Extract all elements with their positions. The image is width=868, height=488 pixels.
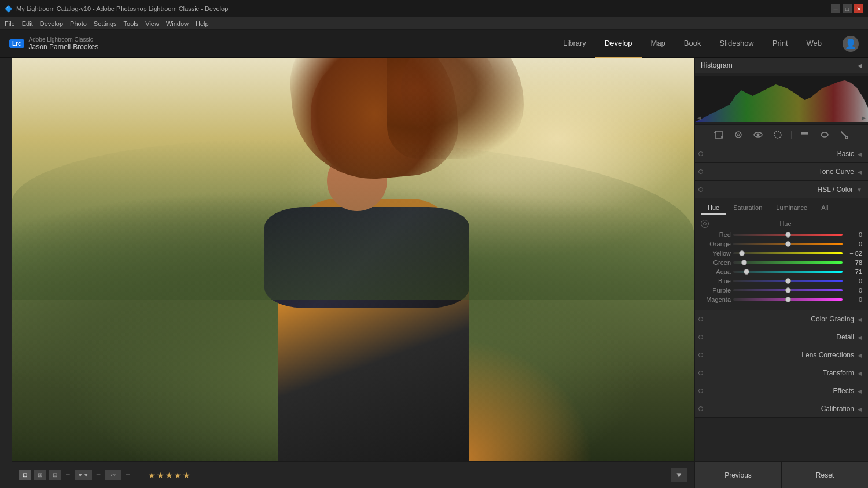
adjustment-brush-tool[interactable]: [838, 128, 851, 141]
nav-print[interactable]: Print: [763, 30, 797, 58]
star-5[interactable]: ★: [183, 471, 190, 480]
svg-rect-8: [801, 132, 808, 134]
transform-panel-arrow: ◀: [858, 370, 862, 376]
hsl-blue-thumb: [785, 278, 791, 284]
minimize-button[interactable]: ─: [831, 4, 840, 13]
nav-book[interactable]: Book: [675, 30, 711, 58]
user-avatar[interactable]: 👤: [843, 36, 859, 52]
hsl-magenta-value: 0: [845, 296, 862, 303]
menu-edit[interactable]: Edit: [22, 20, 33, 27]
hsl-tab-saturation[interactable]: Saturation: [726, 202, 769, 215]
star-2[interactable]: ★: [157, 471, 164, 480]
hsl-orange-thumb: [785, 241, 791, 247]
hsl-blue-slider[interactable]: [733, 280, 843, 282]
detail-panel-arrow: ◀: [858, 334, 862, 341]
survey-view-button[interactable]: ⊟: [49, 470, 61, 480]
hsl-green-value: − 78: [845, 259, 862, 266]
reset-button[interactable]: Reset: [781, 462, 868, 488]
hsl-orange-row: Orange 0: [701, 241, 862, 247]
photo-background: [12, 58, 694, 461]
effects-panel-header[interactable]: Effects ◀: [695, 382, 868, 400]
tone-curve-panel-arrow: ◀: [858, 169, 862, 175]
menu-photo[interactable]: Photo: [70, 20, 87, 27]
lens-corrections-panel-header[interactable]: Lens Corrections ◀: [695, 346, 868, 364]
hsl-green-slider[interactable]: [733, 261, 843, 264]
svg-rect-10: [801, 136, 808, 136]
menu-help[interactable]: Help: [196, 20, 209, 27]
calibration-panel-header[interactable]: Calibration ◀: [695, 400, 868, 417]
basic-panel: Basic ◀: [695, 145, 868, 163]
hsl-yellow-slider[interactable]: [733, 252, 843, 254]
image-canvas[interactable]: [12, 58, 694, 461]
radial-filter-tool[interactable]: [818, 128, 831, 141]
menu-file[interactable]: File: [5, 20, 15, 27]
close-button[interactable]: ✕: [854, 4, 863, 13]
hsl-purple-row: Purple 0: [701, 287, 862, 294]
star-3[interactable]: ★: [165, 471, 173, 480]
maximize-button[interactable]: □: [843, 4, 852, 13]
hsl-content: Hue Red 0: [695, 215, 868, 310]
menu-settings[interactable]: Settings: [94, 20, 117, 27]
filmstrip-toggle-button[interactable]: ▼: [671, 468, 687, 482]
star-1[interactable]: ★: [148, 471, 156, 480]
hsl-tab-all[interactable]: All: [814, 202, 835, 215]
nav-map[interactable]: Map: [642, 30, 675, 58]
tone-curve-panel-header[interactable]: Tone Curve ◀: [695, 163, 868, 180]
hsl-tab-luminance[interactable]: Luminance: [769, 202, 814, 215]
effects-panel-label: Effects: [833, 387, 854, 395]
lrc-badge: Lrc: [9, 39, 24, 48]
svg-point-6: [757, 134, 760, 136]
menu-view[interactable]: View: [145, 20, 159, 27]
hsl-aqua-slider[interactable]: [733, 271, 843, 273]
hsl-red-value: 0: [845, 231, 862, 238]
masking-tool[interactable]: [771, 128, 784, 141]
hsl-green-thumb: [741, 260, 747, 265]
user-info: Adobe Lightroom Classic Jason Parnell-Br…: [29, 36, 99, 51]
star-4[interactable]: ★: [174, 471, 182, 480]
svg-rect-9: [801, 134, 808, 135]
nav-web[interactable]: Web: [797, 30, 832, 58]
single-view-button[interactable]: ⊡: [19, 470, 31, 480]
red-eye-tool[interactable]: [752, 128, 764, 141]
spot-removal-tool[interactable]: [732, 128, 745, 141]
hsl-orange-slider[interactable]: [733, 243, 843, 245]
calibration-panel-arrow: ◀: [858, 406, 862, 412]
menu-tools[interactable]: Tools: [124, 20, 139, 27]
rating-stars: ★ ★ ★ ★ ★: [148, 471, 190, 480]
hsl-aqua-thumb: [744, 269, 749, 275]
menu-window[interactable]: Window: [166, 20, 189, 27]
svg-point-7: [774, 131, 781, 138]
svg-point-3: [735, 132, 741, 138]
basic-panel-arrow: ◀: [858, 151, 862, 157]
nav-slideshow[interactable]: Slideshow: [711, 30, 763, 58]
basic-panel-header[interactable]: Basic ◀: [695, 145, 868, 162]
previous-button[interactable]: Previous: [695, 462, 781, 488]
basic-panel-label: Basic: [837, 150, 854, 158]
nav-develop[interactable]: Develop: [595, 30, 642, 58]
hsl-magenta-row: Magenta 0: [701, 296, 862, 303]
menu-develop[interactable]: Develop: [40, 20, 63, 27]
secondary-view-button[interactable]: YY: [105, 470, 121, 480]
hsl-target-button[interactable]: [701, 220, 709, 228]
hsl-magenta-label: Magenta: [701, 296, 731, 303]
color-grading-panel-header[interactable]: Color Grading ◀: [695, 310, 868, 328]
graduated-filter-tool[interactable]: [799, 128, 811, 141]
hsl-red-slider[interactable]: [733, 234, 843, 236]
compare-view-button[interactable]: ⊞: [34, 470, 46, 480]
hsl-color-panel-header[interactable]: HSL / Color ▼: [695, 181, 868, 198]
nav-library[interactable]: Library: [554, 30, 595, 58]
hsl-magenta-slider[interactable]: [733, 298, 843, 301]
histogram-toggle[interactable]: ◀: [858, 62, 862, 69]
hsl-tab-hue[interactable]: Hue: [701, 202, 726, 215]
crop-tool[interactable]: [712, 128, 725, 141]
hsl-blue-value: 0: [845, 278, 862, 284]
detail-panel-header[interactable]: Detail ◀: [695, 328, 868, 346]
transform-panel: Transform ◀: [695, 364, 868, 382]
transform-panel-header[interactable]: Transform ◀: [695, 364, 868, 382]
hsl-purple-slider[interactable]: [733, 289, 843, 291]
svg-point-13: [845, 136, 848, 139]
filmstrip-button[interactable]: ▼▼: [75, 470, 92, 480]
svg-point-4: [737, 134, 740, 136]
hsl-color-panel: HSL / Color ▼ Hue Saturation Luminance A…: [695, 181, 868, 310]
histogram-header: Histogram ◀: [695, 58, 868, 73]
